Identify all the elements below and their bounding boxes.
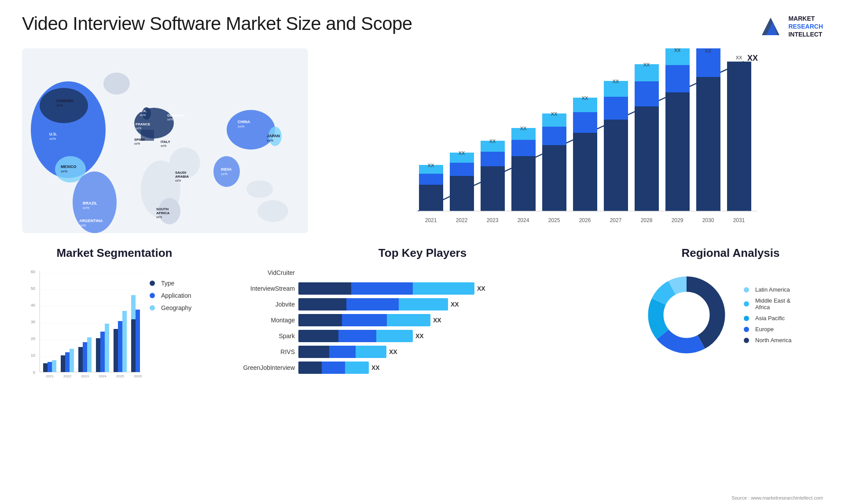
svg-rect-55	[419, 174, 443, 185]
svg-rect-89	[635, 106, 659, 211]
svg-rect-94	[665, 92, 690, 211]
svg-rect-132	[87, 337, 92, 372]
svg-text:JAPAN: JAPAN	[267, 134, 280, 138]
latin-america-dot	[744, 287, 749, 292]
svg-text:2024: 2024	[518, 217, 529, 223]
type-legend-label: Type	[161, 280, 174, 287]
svg-rect-127	[65, 352, 70, 372]
player-name: RIVS	[224, 348, 295, 355]
apac-label: Asia Pacific	[755, 315, 785, 321]
svg-rect-122	[43, 363, 48, 372]
regional-title: Regional Analysis	[638, 246, 823, 260]
svg-text:XX: XX	[459, 150, 465, 156]
svg-text:SPAIN: SPAIN	[134, 138, 145, 142]
europe-dot	[744, 327, 749, 332]
north-america-label: North America	[755, 337, 791, 343]
svg-text:BRAZIL: BRAZIL	[83, 201, 97, 205]
svg-rect-139	[118, 321, 122, 372]
svg-text:U.K.: U.K.	[140, 109, 147, 113]
svg-text:2024: 2024	[99, 374, 107, 378]
players-title: Top Key Players	[224, 246, 621, 260]
svg-text:XX: XX	[551, 111, 558, 117]
svg-text:2025: 2025	[548, 217, 560, 223]
svg-rect-138	[114, 329, 118, 372]
logo: MARKET RESEARCH INTELLECT	[757, 13, 823, 40]
svg-rect-54	[419, 185, 443, 211]
svg-text:2030: 2030	[702, 217, 714, 223]
segmentation-legend: Type Application Geography	[150, 267, 191, 311]
svg-text:xx%: xx%	[134, 142, 140, 145]
svg-text:xx%: xx%	[79, 223, 86, 227]
svg-rect-145	[131, 295, 136, 319]
segmentation-title: Market Segmentation	[22, 246, 207, 260]
geography-legend-dot	[150, 305, 155, 310]
svg-text:0: 0	[33, 370, 35, 375]
svg-text:60: 60	[31, 270, 35, 274]
svg-text:XX: XX	[428, 163, 434, 168]
svg-text:2021: 2021	[425, 217, 437, 223]
svg-rect-142	[131, 319, 136, 372]
segmentation-section: Market Segmentation 0 10 20 30 40 50 60	[22, 246, 207, 409]
svg-rect-131	[83, 342, 87, 372]
svg-rect-74	[542, 145, 566, 211]
svg-text:10: 10	[31, 353, 35, 358]
player-row-jobvite: Jobvite XX	[224, 298, 621, 310]
svg-rect-69	[511, 156, 536, 211]
svg-rect-95	[665, 65, 690, 92]
world-map: CANADA xx% U.S. xx% MEXICO xx% BRAZIL xx…	[22, 48, 308, 233]
svg-text:2023: 2023	[81, 374, 89, 378]
application-legend-label: Application	[161, 292, 191, 299]
logo-icon	[757, 13, 784, 40]
player-name: GreenJobInterview	[224, 364, 295, 371]
svg-rect-103	[727, 62, 751, 211]
svg-text:AFRICA: AFRICA	[156, 211, 169, 215]
svg-rect-134	[96, 338, 100, 372]
player-row-spark: Spark XX	[224, 330, 621, 342]
svg-text:SOUTH: SOUTH	[156, 207, 169, 211]
svg-text:2025: 2025	[116, 374, 124, 378]
svg-text:2027: 2027	[610, 217, 622, 223]
svg-rect-84	[604, 120, 628, 211]
svg-point-12	[213, 156, 240, 187]
svg-text:2022: 2022	[63, 374, 71, 378]
svg-text:XX: XX	[747, 54, 758, 62]
svg-text:XX: XX	[705, 48, 712, 54]
svg-rect-123	[48, 362, 52, 372]
mea-dot	[744, 301, 749, 307]
header: Video Interview Software Market Size and…	[22, 13, 823, 40]
svg-text:INDIA: INDIA	[221, 167, 232, 172]
bar-chart-svg: XX XX 2021 XX 2022	[334, 48, 823, 233]
svg-text:xx%: xx%	[49, 137, 56, 141]
players-section: Top Key Players VidCruiter InterviewStre…	[216, 246, 629, 409]
svg-point-152	[664, 292, 709, 338]
source-text: Source : www.marketresearchintellect.com	[731, 495, 823, 500]
svg-text:GERMANY: GERMANY	[167, 113, 186, 117]
svg-text:xx%: xx%	[175, 179, 181, 182]
geography-legend-label: Geography	[161, 304, 191, 311]
svg-text:xx%: xx%	[167, 118, 173, 121]
svg-text:xx%: xx%	[267, 139, 273, 142]
svg-text:2026: 2026	[579, 217, 591, 223]
svg-rect-70	[511, 140, 536, 156]
svg-text:xx%: xx%	[136, 127, 141, 130]
svg-text:SAUDI: SAUDI	[175, 171, 186, 175]
svg-text:xx%: xx%	[156, 215, 162, 219]
svg-text:XX: XX	[613, 79, 619, 84]
svg-text:2029: 2029	[672, 217, 683, 223]
svg-text:XX: XX	[489, 139, 496, 144]
svg-text:2028: 2028	[641, 217, 653, 223]
svg-text:xx%: xx%	[83, 206, 89, 210]
svg-text:2022: 2022	[456, 217, 468, 223]
player-name: Montage	[224, 317, 295, 324]
svg-text:ARABIA: ARABIA	[175, 175, 189, 179]
svg-text:XX: XX	[643, 62, 650, 67]
svg-text:30: 30	[31, 320, 35, 324]
donut-chart	[638, 267, 735, 363]
svg-rect-79	[573, 133, 597, 211]
svg-text:2026: 2026	[134, 374, 142, 378]
page-title: Video Interview Software Market Size and…	[22, 13, 412, 34]
svg-rect-99	[696, 77, 720, 211]
segmentation-chart: 0 10 20 30 40 50 60	[22, 267, 145, 390]
player-row-montage: Montage XX	[224, 314, 621, 326]
svg-rect-135	[100, 332, 105, 372]
